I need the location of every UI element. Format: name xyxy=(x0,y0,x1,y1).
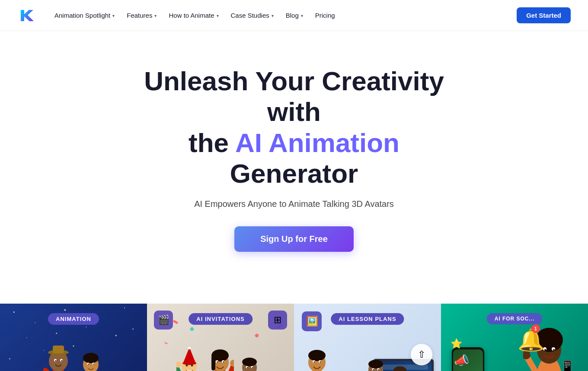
kid-1-avatar xyxy=(364,345,387,371)
signup-button[interactable]: Sign Up for Free xyxy=(234,226,354,252)
megaphone-icon: 📣 xyxy=(454,353,469,368)
chevron-down-icon: ▾ xyxy=(301,13,303,18)
svg-point-39 xyxy=(186,365,188,367)
svg-marker-36 xyxy=(183,347,196,364)
svg-rect-19 xyxy=(53,346,64,353)
social-media-icon: 📱 xyxy=(560,360,575,371)
third-avatar xyxy=(237,343,261,371)
svg-point-99 xyxy=(553,349,555,351)
share-icon[interactable]: ⇧ xyxy=(411,344,432,365)
svg-point-77 xyxy=(368,360,383,368)
kid-2-avatar xyxy=(389,354,411,371)
get-started-button[interactable]: Get Started xyxy=(517,7,571,23)
chevron-down-icon: ▾ xyxy=(217,13,219,18)
card-3-label: AI LESSON PLANS xyxy=(331,313,404,325)
hero-section: Unleash Your Creativity with the AI Anim… xyxy=(0,31,588,269)
elf-avatar xyxy=(176,339,202,371)
chevron-down-icon: ▾ xyxy=(154,13,157,18)
hero-title: Unleash Your Creativity with the AI Anim… xyxy=(125,66,463,189)
svg-point-31 xyxy=(93,364,94,365)
svg-point-52 xyxy=(223,361,224,363)
svg-point-30 xyxy=(88,364,89,365)
avatar-1 xyxy=(43,330,74,371)
card-1-label: ANIMATION xyxy=(48,313,99,325)
svg-point-40 xyxy=(191,365,193,367)
nav-item-pricing[interactable]: Pricing xyxy=(310,8,340,22)
svg-point-23 xyxy=(61,360,63,361)
svg-point-38 xyxy=(188,347,191,349)
svg-point-11 xyxy=(9,358,10,360)
svg-point-9 xyxy=(86,327,87,327)
svg-point-37 xyxy=(182,361,196,365)
card-social[interactable]: AI FOR SOC... 🔔 1 📣 📱 ⭐ xyxy=(441,304,588,371)
svg-point-71 xyxy=(314,361,315,363)
svg-point-1 xyxy=(13,311,15,313)
card-2-label: AI INVITATIONS xyxy=(189,313,252,325)
svg-point-5 xyxy=(124,308,125,308)
grid-icon: ⊞ xyxy=(268,311,287,330)
svg-point-22 xyxy=(55,360,57,361)
svg-point-7 xyxy=(26,337,27,338)
svg-point-3 xyxy=(64,309,66,311)
hero-subtitle: AI Empowers Anyone to Animate Talking 3D… xyxy=(194,199,394,209)
svg-point-2 xyxy=(35,322,36,323)
video-icon: 🎬 xyxy=(154,311,173,330)
svg-point-54 xyxy=(230,360,234,367)
svg-point-27 xyxy=(83,353,99,363)
svg-point-42 xyxy=(176,361,181,368)
svg-point-59 xyxy=(242,358,257,366)
chevron-down-icon: ▾ xyxy=(112,13,115,18)
svg-point-62 xyxy=(247,367,248,368)
chevron-down-icon: ▾ xyxy=(272,13,274,18)
svg-point-98 xyxy=(544,349,546,351)
svg-point-68 xyxy=(308,350,326,361)
svg-point-86 xyxy=(393,366,406,371)
svg-point-51 xyxy=(217,361,218,363)
star-icon: ⭐ xyxy=(451,338,462,349)
nav-item-features[interactable]: Features ▾ xyxy=(121,8,162,22)
avatar-2 xyxy=(78,336,104,371)
card-animation[interactable]: ANIMATION xyxy=(0,304,147,371)
image-icon: 🖼️ xyxy=(302,311,322,331)
card-invitations[interactable]: AI INVITATIONS 🎬 ⊞ 🎙️ xyxy=(147,304,294,371)
cards-row: ANIMATION xyxy=(0,304,588,371)
svg-point-63 xyxy=(252,367,253,368)
nav-items: Animation Spotlight ▾ Features ▾ How to … xyxy=(49,8,340,22)
nav-item-how-to-animate[interactable]: How to Animate ▾ xyxy=(163,8,224,22)
navbar: Animation Spotlight ▾ Features ▾ How to … xyxy=(0,0,588,31)
svg-point-81 xyxy=(378,369,379,370)
nav-item-blog[interactable]: Blog ▾ xyxy=(281,8,308,22)
svg-point-80 xyxy=(373,369,374,370)
female-avatar xyxy=(206,332,234,371)
svg-rect-48 xyxy=(211,355,215,371)
bell-icon: 🔔 xyxy=(518,327,544,352)
nav-item-case-studies[interactable]: Case Studies ▾ xyxy=(226,8,279,22)
notification-badge: 1 xyxy=(531,324,540,333)
card-4-label: AI FOR SOC... xyxy=(487,313,542,324)
card-lesson-plans[interactable]: AI LESSON PLANS ⇧ 🖼️ xyxy=(294,304,441,371)
teacher-avatar xyxy=(303,332,331,371)
logo-icon[interactable] xyxy=(17,6,35,25)
svg-point-72 xyxy=(320,361,321,363)
nav-item-animation-spotlight[interactable]: Animation Spotlight ▾ xyxy=(49,8,120,22)
svg-point-6 xyxy=(132,329,134,330)
svg-point-10 xyxy=(115,335,117,336)
